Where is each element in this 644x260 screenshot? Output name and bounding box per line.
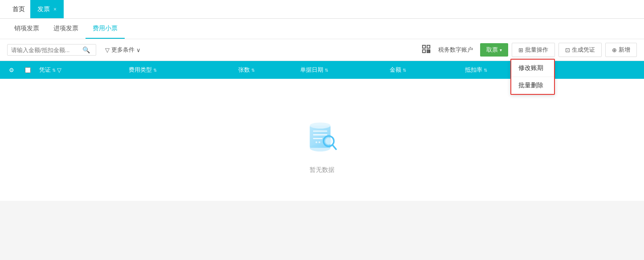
empty-state-icon bbox=[300, 114, 344, 159]
generate-voucher-button[interactable]: ⊡ 生成凭证 bbox=[558, 43, 602, 57]
qupiao-button[interactable]: 取票 ▾ bbox=[480, 43, 508, 57]
svg-rect-0 bbox=[423, 45, 425, 48]
th-amount-label: 金额 bbox=[390, 66, 401, 74]
svg-rect-1 bbox=[427, 45, 430, 48]
th-voucher-filter-icon[interactable]: ▽ bbox=[57, 67, 61, 73]
th-rate-sort-icon[interactable]: ⇅ bbox=[484, 68, 487, 73]
svg-point-13 bbox=[310, 122, 331, 128]
qupiao-label: 取票 bbox=[486, 46, 498, 54]
voucher-label: 生成凭证 bbox=[572, 46, 595, 54]
svg-point-17 bbox=[315, 141, 317, 143]
th-expense-sort-icon[interactable]: ⇅ bbox=[153, 68, 157, 73]
th-voucher-sort-icon[interactable]: ⇅ bbox=[52, 68, 56, 73]
th-expense-label: 费用类型 bbox=[129, 66, 152, 74]
toolbar-right: 税务数字账户 取票 ▾ ⊞ 批量操作 修改账期 批量删除 ⊡ 生成凭证 ⊕ 新增 bbox=[421, 43, 637, 57]
sub-nav-item-purchase[interactable]: 进项发票 bbox=[46, 19, 86, 39]
sub-nav-item-sales[interactable]: 销项发票 bbox=[7, 19, 46, 39]
settings-icon: ⚙ bbox=[9, 67, 14, 73]
search-icon[interactable]: 🔍 bbox=[82, 46, 90, 53]
th-date-sort-icon[interactable]: ⇅ bbox=[325, 68, 328, 73]
th-amount-sort-icon[interactable]: ⇅ bbox=[403, 68, 406, 73]
svg-rect-7 bbox=[429, 51, 430, 52]
th-voucher-label: 凭证 bbox=[39, 66, 51, 74]
th-checkbox bbox=[20, 67, 36, 73]
th-date: 单据日期 ⇅ bbox=[297, 66, 386, 74]
th-voucher: 凭证 ⇅ ▽ bbox=[36, 66, 125, 74]
th-count-sort-icon[interactable]: ⇅ bbox=[251, 68, 255, 73]
dropdown-item-modify-period[interactable]: 修改账期 bbox=[511, 60, 554, 77]
th-date-label: 单据日期 bbox=[300, 66, 323, 74]
bulk-operations-button[interactable]: ⊞ 批量操作 bbox=[512, 43, 555, 57]
sub-nav-item-expense[interactable]: 费用小票 bbox=[86, 19, 125, 39]
th-count-label: 张数 bbox=[238, 66, 250, 74]
tax-digital-account-button[interactable]: 税务数字账户 bbox=[435, 43, 477, 57]
bulk-grid-icon: ⊞ bbox=[518, 47, 523, 53]
bulk-label: 批量操作 bbox=[525, 46, 548, 54]
svg-rect-4 bbox=[429, 49, 430, 50]
nav-tab-invoice[interactable]: 发票 × bbox=[30, 0, 64, 18]
bulk-dropdown-wrapper: ⊞ 批量操作 修改账期 批量删除 bbox=[512, 43, 555, 57]
th-rate-label: 抵扣率 bbox=[465, 66, 482, 74]
search-input[interactable] bbox=[11, 47, 82, 53]
filter-chevron-icon: ∨ bbox=[136, 47, 141, 53]
search-wrapper: 🔍 bbox=[7, 44, 96, 56]
svg-point-15 bbox=[326, 138, 332, 145]
toolbar: 🔍 ▽ 更多条件 ∨ 税务数字账户 取票 ▾ ⊞ 批 bbox=[0, 39, 644, 61]
nav-home[interactable]: 首页 bbox=[7, 0, 30, 18]
filter-button[interactable]: ▽ 更多条件 ∨ bbox=[102, 44, 144, 56]
th-count: 张数 ⇅ bbox=[235, 66, 297, 74]
nav-tab-close-icon[interactable]: × bbox=[53, 6, 57, 12]
th-expense: 费用类型 ⇅ bbox=[125, 66, 235, 74]
svg-point-18 bbox=[318, 141, 320, 143]
qupiao-chevron-icon: ▾ bbox=[500, 48, 502, 53]
svg-line-16 bbox=[332, 145, 336, 149]
voucher-icon: ⊡ bbox=[565, 47, 570, 53]
svg-rect-2 bbox=[423, 49, 425, 52]
th-amount: 金额 ⇅ bbox=[386, 66, 462, 74]
filter-label: 更多条件 bbox=[111, 46, 135, 54]
add-icon: ⊕ bbox=[612, 47, 617, 53]
th-settings[interactable]: ⚙ bbox=[4, 67, 20, 73]
sub-nav: 销项发票 进项发票 费用小票 bbox=[0, 19, 644, 39]
empty-state: 暂无数据 bbox=[0, 79, 644, 201]
add-new-button[interactable]: ⊕ 新增 bbox=[605, 43, 637, 57]
bulk-dropdown-menu: 修改账期 批量删除 bbox=[510, 59, 555, 95]
svg-rect-5 bbox=[427, 52, 428, 53]
filter-icon: ▽ bbox=[105, 47, 110, 53]
dropdown-item-batch-delete[interactable]: 批量删除 bbox=[511, 77, 554, 94]
nav-tab-label: 发票 bbox=[37, 5, 50, 13]
empty-state-text: 暂无数据 bbox=[310, 166, 334, 174]
select-all-checkbox[interactable] bbox=[25, 67, 31, 73]
add-label: 新增 bbox=[619, 46, 630, 54]
qr-icon[interactable] bbox=[421, 44, 431, 56]
toolbar-left: 🔍 ▽ 更多条件 ∨ bbox=[7, 44, 144, 56]
top-nav: 首页 发票 × bbox=[0, 0, 644, 19]
svg-rect-3 bbox=[427, 49, 428, 51]
